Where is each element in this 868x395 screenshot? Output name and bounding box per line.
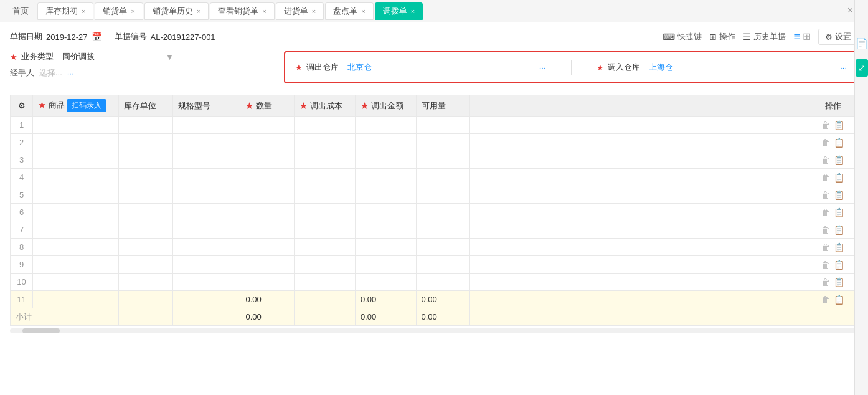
row-2-copy-icon[interactable]: 📋 [834,138,844,148]
handler-more-btn[interactable]: ··· [67,69,74,78]
form-section: ★ 业务类型 同价调拨 ▼ 经手人 选择... ··· ★ [10,51,858,90]
settings-gear-icon: ⚙ [825,32,833,42]
table-row: 8 🗑 📋 [11,239,858,256]
tab-transfer-order[interactable]: 调拨单 × [375,2,423,20]
history-icon: ☰ [743,32,751,42]
in-warehouse-field: ★ 调入仓库 上海仓 ··· [597,62,847,73]
biz-type-row: ★ 业务类型 同价调拨 ▼ [10,51,271,62]
th-gear[interactable]: ⚙ [11,95,33,117]
tab-view-sales[interactable]: 查看销货单 × [210,2,274,20]
handler-row: 经手人 选择... ··· [10,67,271,79]
row-10-delete-icon[interactable]: 🗑 [821,277,830,287]
gear-icon: ⚙ [18,101,26,110]
row-9-copy-icon[interactable]: 📋 [834,260,844,270]
row-10-copy-icon[interactable]: 📋 [834,277,844,287]
tab-inventory-init[interactable]: 库存期初 × [37,2,93,20]
tab-purchase-order[interactable]: 进货单 × [276,2,324,20]
close-tab-2[interactable]: × [131,7,134,15]
table-header-row: ⚙ ★ 商品 扫码录入 库存单位 规格型号 [11,95,858,117]
row-1-delete-icon[interactable]: 🗑 [821,120,830,130]
th-available: 可用量 [416,95,470,117]
horizontal-scrollbar[interactable] [10,328,858,333]
scan-button[interactable]: 扫码录入 [67,99,106,112]
th-spec: 规格型号 [172,95,240,117]
table-row: 2 🗑 📋 [11,134,858,151]
toolbar-right: ⌨ 快捷键 ⊞ 操作 ☰ 历史单据 ≡ ⊞ ⚙ 设置 [663,29,858,45]
th-unit: 库存单位 [119,95,173,117]
row-3-copy-icon[interactable]: 📋 [834,155,844,165]
row-8-delete-icon[interactable]: 🗑 [821,242,830,252]
transfer-table: ⚙ ★ 商品 扫码录入 库存单位 规格型号 [10,95,858,326]
row-5-delete-icon[interactable]: 🗑 [821,190,830,200]
list-view-icon[interactable]: ≡ [793,31,800,44]
keyboard-icon: ⌨ [663,32,675,42]
row-8-copy-icon[interactable]: 📋 [834,242,844,252]
row-1-copy-icon[interactable]: 📋 [834,120,844,130]
subtotal-label-row: 小计 0.00 0.00 0.00 [11,308,858,326]
close-tab-4[interactable]: × [262,7,266,15]
close-tab-7[interactable]: × [411,7,415,15]
sidebar-note-icon[interactable]: 📄 [856,37,868,49]
out-warehouse-field: ★ 调出仓库 北京仓 ··· [295,62,546,73]
in-warehouse-more-btn[interactable]: ··· [840,63,847,72]
right-sidebar: 📄 ⤢ [854,0,868,395]
tab-sales-history[interactable]: 销货单历史 × [144,2,209,20]
grid-view-icon[interactable]: ⊞ [803,31,811,44]
settings-button[interactable]: ⚙ 设置 [818,29,858,45]
th-op: 操作 [808,95,858,117]
close-tab-6[interactable]: × [361,7,365,15]
row-6-copy-icon[interactable]: 📋 [834,207,844,217]
close-tab-5[interactable]: × [312,7,316,15]
row-11-copy-icon[interactable]: 📋 [834,295,844,305]
row-6-delete-icon[interactable]: 🗑 [821,207,830,217]
row-4-delete-icon[interactable]: 🗑 [821,173,830,183]
row-9-delete-icon[interactable]: 🗑 [821,260,830,270]
table-row: 3 🗑 📋 [11,151,858,169]
warehouse-section: ★ 调出仓库 北京仓 ··· ★ 调入仓库 上海仓 ··· [284,51,858,83]
history-btn[interactable]: ☰ 历史单据 [743,31,786,42]
table-row: 9 🗑 📋 [11,256,858,274]
table-body: 1 🗑 📋 2 [11,117,858,291]
table-scroll-area: ⚙ ★ 商品 扫码录入 库存单位 规格型号 [10,95,858,326]
row-11-delete-icon[interactable]: 🗑 [821,295,830,305]
tab-bar: 首页 库存期初 × 销货单 × 销货单历史 × 查看销货单 × 进货单 × 盘点… [0,0,868,22]
warehouse-divider [571,60,572,75]
number-field: 单据编号 AL-20191227-001 [115,31,215,42]
row-4-copy-icon[interactable]: 📋 [834,173,844,183]
page-wrapper: 首页 库存期初 × 销货单 × 销货单历史 × 查看销货单 × 进货单 × 盘点… [0,0,868,395]
sidebar-expand-icon[interactable]: ⤢ [856,59,868,77]
biz-type-field: ★ 业务类型 同价调拨 ▼ [10,51,174,62]
th-goods: ★ 商品 扫码录入 [33,95,119,117]
close-tab-1[interactable]: × [82,7,85,15]
table-row: 5 🗑 📋 [11,186,858,204]
main-area: 单据日期 2019-12-27 📅 单据编号 AL-20191227-001 ⌨… [0,22,868,340]
operation-btn[interactable]: ⊞ 操作 [709,31,735,42]
shortcut-btn[interactable]: ⌨ 快捷键 [663,31,702,42]
close-window-btn[interactable]: × [847,5,853,16]
close-tab-3[interactable]: × [197,7,200,15]
th-qty: ★ 数量 [240,95,295,117]
table-row: 4 🗑 📋 [11,169,858,186]
calendar-icon[interactable]: 📅 [92,32,102,42]
tab-home[interactable]: 首页 [5,2,36,20]
tab-inventory-check[interactable]: 盘点单 × [325,2,373,20]
left-col: ★ 业务类型 同价调拨 ▼ 经手人 选择... ··· [10,51,271,85]
table-row: 1 🗑 📋 [11,117,858,134]
th-cost: ★ 调出成本 [295,95,356,117]
row-2-delete-icon[interactable]: 🗑 [821,138,830,148]
row-7-delete-icon[interactable]: 🗑 [821,225,830,235]
row-5-copy-icon[interactable]: 📋 [834,190,844,200]
date-field: 单据日期 2019-12-27 📅 [10,31,102,42]
biz-dropdown-icon[interactable]: ▼ [166,52,174,62]
th-spacer [470,95,808,117]
out-warehouse-more-btn[interactable]: ··· [539,63,546,72]
table-row: 6 🗑 📋 [11,204,858,221]
row-7-copy-icon[interactable]: 📋 [834,225,844,235]
grid-icon: ⊞ [709,32,717,42]
view-toggle: ≡ ⊞ [793,31,811,44]
tab-sales-order[interactable]: 销货单 × [95,2,143,20]
table-row: 7 🗑 📋 [11,221,858,239]
subtotal-row: 11 0.00 0.00 0.00 🗑 📋 [11,291,858,308]
row-3-delete-icon[interactable]: 🗑 [821,155,830,165]
scroll-thumb[interactable] [22,328,60,333]
